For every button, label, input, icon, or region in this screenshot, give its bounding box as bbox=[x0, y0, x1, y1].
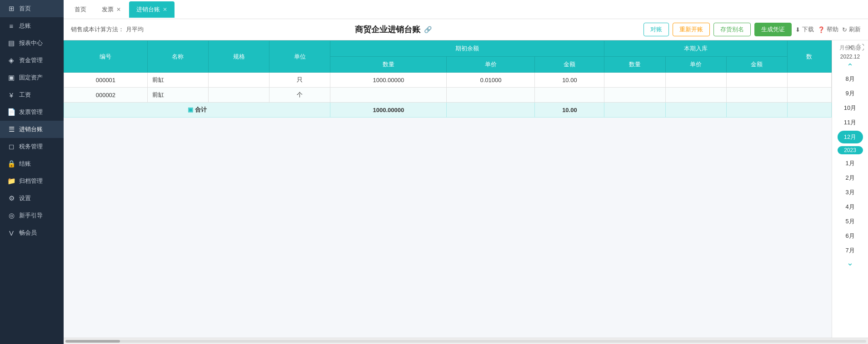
col-unit: 单位 bbox=[269, 41, 330, 73]
cost-method-value: 月平均 bbox=[126, 26, 144, 33]
total-qi-qty: 1000.00000 bbox=[330, 103, 447, 118]
month-item-8[interactable]: 8月 bbox=[838, 73, 863, 85]
sidebar-item-invoice[interactable]: 📄 发票管理 bbox=[0, 103, 64, 121]
sidebar-item-label: 资金管理 bbox=[19, 56, 43, 64]
sidebar-item-ledger[interactable]: ≡ 总账 bbox=[0, 17, 64, 34]
toolbar-actions: 对账 重新开账 存货别名 生成凭证 ⬇ 下载 ❓ 帮助 ↻ 刷新 bbox=[644, 23, 861, 36]
total-icon: ▣ bbox=[188, 106, 193, 113]
month-panel-year-2022: 2022.12 bbox=[840, 54, 860, 60]
sidebar-item-archive[interactable]: 📁 归档管理 bbox=[0, 172, 64, 190]
table-row[interactable]: 000002 前缸 个 bbox=[64, 88, 832, 103]
cell-in-amount bbox=[726, 73, 787, 88]
sidebar-item-label: 新手引导 bbox=[19, 211, 43, 220]
cell-code: 000001 bbox=[64, 73, 148, 88]
month-item-6[interactable]: 6月 bbox=[838, 230, 863, 242]
sidebar-item-home[interactable]: ⊞ 首页 bbox=[0, 0, 64, 17]
sidebar-item-label: 发票管理 bbox=[19, 108, 43, 116]
tab-stockledger[interactable]: 进销台账 ✕ bbox=[129, 1, 175, 18]
stock-table: 编号 名称 规格 单位 期初余额 本期入库 数 数量 单价 金额 数量 单价 bbox=[64, 40, 832, 118]
sidebar-item-guide[interactable]: ◎ 新手引导 bbox=[0, 207, 64, 224]
month-item-5[interactable]: 5月 bbox=[838, 215, 863, 228]
vip-icon: V bbox=[7, 229, 15, 237]
home-icon: ⊞ bbox=[7, 5, 15, 13]
month-panel: 月份选择 2022.12 ⌃ 8月 9月 10月 11月 12月 2023 1月… bbox=[832, 40, 868, 338]
window-controls: ✕ ⛶ bbox=[848, 43, 864, 52]
month-item-7[interactable]: 7月 bbox=[838, 244, 863, 257]
match-button[interactable]: 对账 bbox=[644, 23, 669, 36]
funds-icon: ◈ bbox=[7, 56, 15, 64]
invoice-icon: 📄 bbox=[7, 108, 15, 116]
total-in-qty bbox=[604, 103, 665, 118]
sidebar-item-assets[interactable]: ▣ 固定资产 bbox=[0, 69, 64, 86]
month-item-1[interactable]: 1月 bbox=[838, 157, 863, 170]
topbar: 销售成本计算方法： 月平均 商贸企业进销台账 🔗 对账 重新开账 存货别名 生成… bbox=[64, 19, 868, 40]
tab-stockledger-label: 进销台账 bbox=[136, 5, 160, 14]
reopen-button[interactable]: 重新开账 bbox=[673, 23, 710, 36]
month-item-2[interactable]: 2月 bbox=[838, 172, 863, 184]
cell-in-qty bbox=[604, 73, 665, 88]
help-button[interactable]: ❓ 帮助 bbox=[818, 25, 838, 34]
tab-invoice-close[interactable]: ✕ bbox=[116, 6, 121, 13]
col-spec: 规格 bbox=[208, 41, 269, 73]
total-label: ▣合计 bbox=[64, 103, 330, 118]
main-area: 首页 发票 ✕ 进销台账 ✕ 销售成本计算方法： 月平均 商贸企业进销台账 🔗 … bbox=[64, 0, 868, 344]
help-icon: ❓ bbox=[818, 26, 825, 33]
month-item-9[interactable]: 9月 bbox=[838, 87, 863, 100]
month-item-10[interactable]: 10月 bbox=[838, 102, 863, 114]
sidebar-item-settings[interactable]: ⚙ 设置 bbox=[0, 190, 64, 207]
ledger-icon: ≡ bbox=[7, 22, 15, 30]
sidebar-item-label: 报表中心 bbox=[19, 39, 43, 47]
month-item-3[interactable]: 3月 bbox=[838, 186, 863, 199]
month-item-11[interactable]: 11月 bbox=[838, 116, 863, 129]
cell-extra bbox=[787, 88, 831, 103]
total-qi-price bbox=[447, 103, 535, 118]
scroll-down-arrow[interactable]: ⌄ bbox=[847, 258, 853, 268]
table-area[interactable]: 编号 名称 规格 单位 期初余额 本期入库 数 数量 单价 金额 数量 单价 bbox=[64, 40, 832, 338]
cell-name: 前缸 bbox=[147, 73, 208, 88]
tab-home[interactable]: 首页 bbox=[67, 1, 94, 18]
download-icon: ⬇ bbox=[795, 26, 800, 33]
window-close-button[interactable]: ✕ bbox=[848, 43, 853, 52]
sidebar-item-close[interactable]: 🔒 结账 bbox=[0, 155, 64, 172]
sidebar-item-reports[interactable]: ▤ 报表中心 bbox=[0, 34, 64, 52]
sidebar-item-label: 工资 bbox=[19, 91, 31, 99]
cell-unit: 个 bbox=[269, 88, 330, 103]
cell-code: 000002 bbox=[64, 88, 148, 103]
cell-in-amount bbox=[726, 88, 787, 103]
tab-bar: 首页 发票 ✕ 进销台账 ✕ bbox=[64, 0, 868, 19]
horizontal-scrollbar[interactable] bbox=[64, 338, 868, 344]
sidebar-item-tax[interactable]: ◻ 税务管理 bbox=[0, 138, 64, 155]
col-in-amount: 金额 bbox=[726, 57, 787, 73]
total-qi-amount: 10.00 bbox=[535, 103, 604, 118]
cell-qi-price: 0.01000 bbox=[447, 73, 535, 88]
window-maximize-button[interactable]: ⛶ bbox=[857, 43, 864, 52]
scrollbar-thumb[interactable] bbox=[65, 340, 120, 343]
table-row[interactable]: 000001 前缸 只 1000.00000 0.01000 10.00 bbox=[64, 73, 832, 88]
sidebar-item-label: 首页 bbox=[19, 5, 31, 13]
salary-icon: ¥ bbox=[7, 91, 15, 99]
cell-qi-amount bbox=[535, 88, 604, 103]
content-area: 编号 名称 规格 单位 期初余额 本期入库 数 数量 单价 金额 数量 单价 bbox=[64, 40, 868, 338]
reports-icon: ▤ bbox=[7, 39, 15, 47]
cell-qi-price bbox=[447, 88, 535, 103]
refresh-button[interactable]: ↻ 刷新 bbox=[842, 25, 861, 34]
scroll-up-arrow[interactable]: ⌃ bbox=[847, 62, 853, 72]
tab-home-label: 首页 bbox=[75, 5, 86, 14]
sidebar-item-funds[interactable]: ◈ 资金管理 bbox=[0, 52, 64, 69]
col-extra: 数 bbox=[787, 41, 831, 73]
col-qi-amount: 金额 bbox=[535, 57, 604, 73]
month-item-4[interactable]: 4月 bbox=[838, 201, 863, 213]
sidebar-item-salary[interactable]: ¥ 工资 bbox=[0, 86, 64, 103]
tab-invoice[interactable]: 发票 ✕ bbox=[95, 1, 128, 18]
sidebar-item-vip[interactable]: V 畅会员 bbox=[0, 224, 64, 241]
download-button[interactable]: ⬇ 下载 bbox=[795, 25, 814, 34]
month-item-12[interactable]: 12月 bbox=[838, 131, 863, 143]
cell-name: 前缸 bbox=[147, 88, 208, 103]
tab-invoice-label: 发票 bbox=[102, 5, 114, 14]
sidebar-item-label: 进销台账 bbox=[19, 125, 43, 133]
sidebar-item-stockledger[interactable]: ☰ 进销台账 bbox=[0, 121, 64, 138]
cell-qi-qty bbox=[330, 88, 447, 103]
generate-button[interactable]: 生成凭证 bbox=[754, 23, 792, 36]
tab-stockledger-close[interactable]: ✕ bbox=[163, 6, 167, 13]
save-alias-button[interactable]: 存货别名 bbox=[713, 23, 751, 36]
